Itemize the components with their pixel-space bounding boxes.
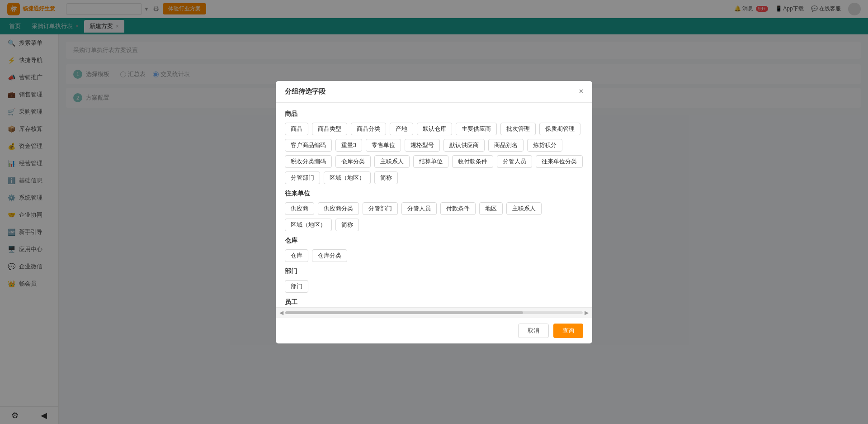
- field-tag-商品[interactable]: 商品: [285, 123, 308, 135]
- modal-title: 分组待选字段: [285, 87, 326, 96]
- cancel-button[interactable]: 取消: [518, 324, 549, 338]
- field-tag-默认供应商[interactable]: 默认供应商: [443, 139, 485, 152]
- field-tag-规格型号[interactable]: 规格型号: [405, 139, 440, 152]
- field-tag-结算单位[interactable]: 结算单位: [413, 155, 448, 168]
- field-tag-简称[interactable]: 简称: [374, 172, 398, 184]
- field-tag-主要供应商[interactable]: 主要供应商: [456, 123, 497, 135]
- modal-overlay: 分组待选字段 × 商品商品商品类型商品分类产地默认仓库主要供应商批次管理保质期管…: [0, 0, 868, 424]
- field-tag-仓库分类[interactable]: 仓库分类: [335, 155, 371, 168]
- field-tag-分管人员[interactable]: 分管人员: [401, 202, 437, 215]
- field-tags-往来单位: 供应商供应商分类分管部门分管人员付款条件地区主联系人区域（地区）简称: [285, 202, 583, 231]
- field-tags-仓库: 仓库仓库分类: [285, 249, 583, 262]
- field-tag-仓库分类[interactable]: 仓库分类: [312, 249, 347, 262]
- section-title-商品: 商品: [285, 110, 583, 118]
- field-tag-往来单位分类[interactable]: 往来单位分类: [536, 155, 583, 168]
- confirm-button[interactable]: 查询: [553, 324, 583, 338]
- field-tag-保质期管理[interactable]: 保质期管理: [539, 123, 580, 135]
- field-tag-主联系人[interactable]: 主联系人: [374, 155, 410, 168]
- field-tag-主联系人[interactable]: 主联系人: [506, 202, 542, 215]
- field-select-modal: 分组待选字段 × 商品商品商品类型商品分类产地默认仓库主要供应商批次管理保质期管…: [276, 81, 592, 343]
- field-tags-部门: 部门: [285, 280, 583, 293]
- modal-close-button[interactable]: ×: [579, 87, 583, 95]
- modal-body: 商品商品商品类型商品分类产地默认仓库主要供应商批次管理保质期管理客户商品编码重量…: [276, 103, 592, 307]
- field-tag-供应商分类[interactable]: 供应商分类: [318, 202, 359, 215]
- field-tag-分管部门[interactable]: 分管部门: [285, 172, 320, 184]
- field-tag-供应商[interactable]: 供应商: [285, 202, 314, 215]
- modal-footer: 取消 查询: [276, 318, 592, 343]
- field-tag-分管部门[interactable]: 分管部门: [363, 202, 398, 215]
- horizontal-scrollbar[interactable]: ◀ ▶: [276, 307, 592, 318]
- field-tag-地区[interactable]: 地区: [479, 202, 503, 215]
- field-tag-重量3[interactable]: 重量3: [335, 139, 362, 152]
- field-tag-商品类型[interactable]: 商品类型: [312, 123, 347, 135]
- field-tag-炼货积分[interactable]: 炼货积分: [527, 139, 562, 152]
- field-tag-付款条件[interactable]: 付款条件: [440, 202, 476, 215]
- field-tag-税收分类编码[interactable]: 税收分类编码: [285, 155, 332, 168]
- field-tag-批次管理[interactable]: 批次管理: [500, 123, 536, 135]
- field-tag-商品别名[interactable]: 商品别名: [488, 139, 524, 152]
- section-title-员工: 员工: [285, 298, 583, 306]
- field-tag-客户商品编码[interactable]: 客户商品编码: [285, 139, 332, 152]
- modal-header: 分组待选字段 ×: [276, 81, 592, 103]
- field-tag-收付款条件[interactable]: 收付款条件: [452, 155, 493, 168]
- field-tag-仓库[interactable]: 仓库: [285, 249, 308, 262]
- hscroll-thumb: [285, 311, 523, 314]
- field-tags-商品: 商品商品类型商品分类产地默认仓库主要供应商批次管理保质期管理客户商品编码重量3零…: [285, 123, 583, 184]
- section-title-往来单位: 往来单位: [285, 190, 583, 198]
- hscroll-right-arrow[interactable]: ▶: [585, 310, 589, 316]
- field-tag-部门[interactable]: 部门: [285, 280, 308, 293]
- field-tag-区域（地区）[interactable]: 区域（地区）: [285, 219, 332, 231]
- field-tag-零售单位[interactable]: 零售单位: [366, 139, 401, 152]
- field-tag-简称[interactable]: 简称: [335, 219, 359, 231]
- section-title-部门: 部门: [285, 267, 583, 276]
- hscroll-left-arrow[interactable]: ◀: [279, 310, 283, 316]
- section-title-仓库: 仓库: [285, 237, 583, 245]
- hscroll-track: [285, 311, 583, 314]
- field-tag-分管人员[interactable]: 分管人员: [497, 155, 532, 168]
- field-tag-产地[interactable]: 产地: [390, 123, 413, 135]
- field-tag-区域（地区）[interactable]: 区域（地区）: [324, 172, 371, 184]
- field-tag-商品分类[interactable]: 商品分类: [351, 123, 386, 135]
- field-tag-默认仓库[interactable]: 默认仓库: [417, 123, 452, 135]
